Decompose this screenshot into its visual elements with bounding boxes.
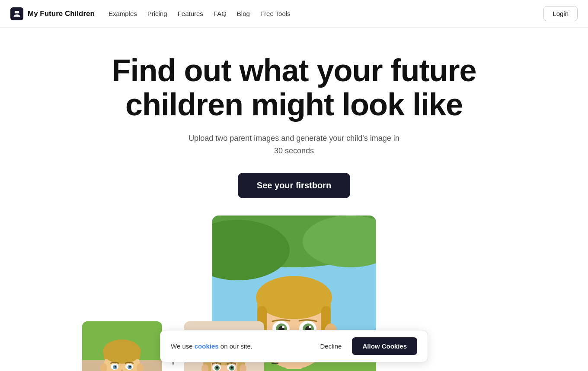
svg-point-15 <box>115 366 116 368</box>
svg-point-31 <box>216 366 218 368</box>
svg-point-16 <box>129 366 131 368</box>
svg-point-53 <box>282 326 284 328</box>
father-photo <box>82 321 162 371</box>
nav-links: Examples Pricing Features FAQ Blog Free … <box>109 10 291 18</box>
hero-section: Find out what your future children might… <box>0 28 588 371</box>
navbar-left: My Future Children Examples Pricing Feat… <box>10 7 291 20</box>
hero-title: Find out what your future children might… <box>108 54 480 122</box>
brand-icon <box>10 7 23 20</box>
svg-rect-8 <box>104 352 140 359</box>
nav-features[interactable]: Features <box>178 10 203 17</box>
svg-point-54 <box>309 326 311 328</box>
allow-cookies-button[interactable]: Allow Cookies <box>352 337 417 355</box>
cookie-banner: We use cookies on our site. Decline Allo… <box>160 330 428 362</box>
login-button[interactable]: Login <box>543 6 578 21</box>
brand-name: My Future Children <box>28 10 95 18</box>
nav-blog[interactable]: Blog <box>237 10 250 17</box>
cta-button[interactable]: See your firstborn <box>238 173 350 198</box>
navbar: My Future Children Examples Pricing Feat… <box>0 0 588 28</box>
nav-examples[interactable]: Examples <box>109 10 137 17</box>
nav-pricing[interactable]: Pricing <box>147 10 167 17</box>
hero-subtitle: Upload two parent images and generate yo… <box>186 132 402 157</box>
nav-faq[interactable]: FAQ <box>214 10 227 17</box>
svg-point-1 <box>16 11 19 13</box>
nav-free-tools[interactable]: Free Tools <box>260 10 291 17</box>
cookie-text: We use cookies on our site. <box>171 342 301 350</box>
decline-button[interactable]: Decline <box>315 339 347 353</box>
brand-logo[interactable]: My Future Children <box>10 7 95 20</box>
cookies-link[interactable]: cookies <box>195 342 219 350</box>
svg-point-32 <box>230 366 233 368</box>
svg-rect-42 <box>257 300 331 313</box>
cookie-actions: Decline Allow Cookies <box>315 337 417 355</box>
